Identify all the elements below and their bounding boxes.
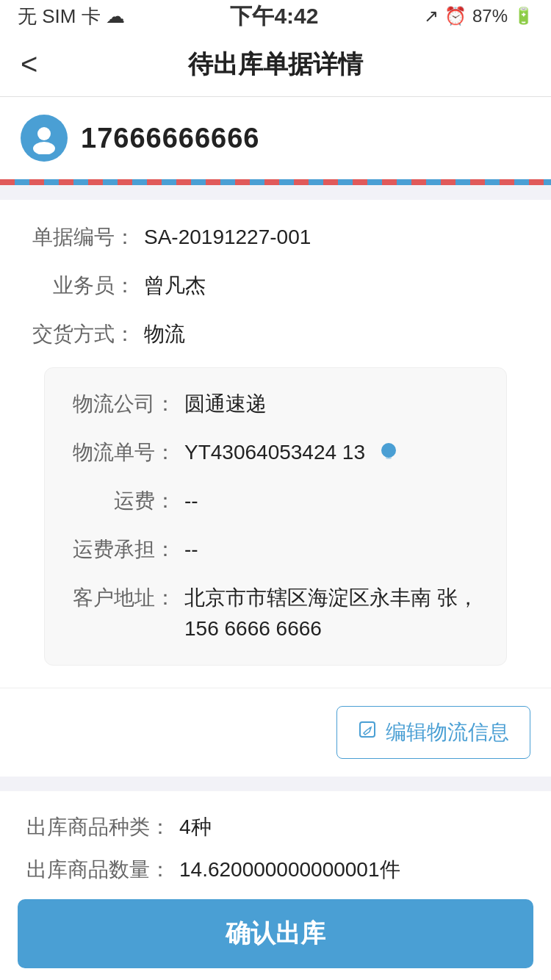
salesman-value: 曾凡杰 [144, 270, 525, 301]
logistics-company-row: 物流公司： 圆通速递 [67, 389, 484, 419]
nav-bar: < 待出库单据详情 [0, 32, 551, 97]
goods-types-value: 4种 [179, 813, 212, 841]
sim-status: 无 SIM 卡 ☁ [18, 4, 125, 29]
svg-point-4 [386, 456, 392, 459]
goods-types-label: 出库商品种类： [26, 813, 179, 841]
edit-logistics-button[interactable]: 编辑物流信息 [336, 706, 530, 759]
order-no-value: SA-20191227-001 [144, 222, 525, 253]
back-button[interactable]: < [21, 48, 37, 81]
section-gap-1 [0, 185, 551, 200]
goods-quantity-label: 出库商品数量： [26, 856, 179, 884]
delivery-row: 交货方式： 物流 [26, 319, 525, 350]
delivery-label: 交货方式： [26, 319, 144, 350]
status-left: 无 SIM 卡 ☁ [18, 4, 125, 29]
order-no-label: 单据编号： [26, 222, 144, 253]
confirm-btn-wrapper: 确认出库 [0, 887, 551, 980]
edit-icon [358, 720, 378, 746]
address-label: 客户地址： [67, 583, 184, 613]
confirm-outbound-button[interactable]: 确认出库 [18, 899, 533, 968]
page-title: 待出库单据详情 [188, 48, 363, 82]
freight-value: -- [184, 486, 484, 516]
basic-info-section: 单据编号： SA-20191227-001 业务员： 曾凡杰 交货方式： 物流 … [0, 200, 551, 688]
salesman-row: 业务员： 曾凡杰 [26, 270, 525, 301]
salesman-label: 业务员： [26, 270, 144, 301]
status-time: 下午4:42 [230, 1, 318, 32]
status-bar: 无 SIM 卡 ☁ 下午4:42 ↗ ⏰ 87% 🔋 [0, 0, 551, 32]
logistics-card: 物流公司： 圆通速递 物流单号： YT43064053424 13 运费： [44, 367, 507, 666]
address-row: 客户地址： 北京市市辖区海淀区永丰南 张，156 6666 6666 [67, 583, 484, 644]
section-gap-2 [0, 777, 551, 791]
location-status-icon: ↗ [424, 6, 439, 26]
freight-row: 运费： -- [67, 486, 484, 516]
goods-quantity-row: 出库商品数量： 14.620000000000001件 [26, 856, 525, 884]
customer-header: 17666666666 [0, 97, 551, 179]
logistics-company-label: 物流公司： [67, 389, 184, 419]
order-no-row: 单据编号： SA-20191227-001 [26, 222, 525, 253]
battery-level: 87% [472, 6, 508, 26]
goods-types-row: 出库商品种类： 4种 [26, 813, 525, 841]
freight-bear-label: 运费承担： [67, 534, 184, 565]
svg-point-0 [37, 127, 51, 140]
logistics-tracking-label: 物流单号： [67, 437, 184, 468]
logistics-tracking-value: YT43064053424 13 [184, 437, 484, 468]
edit-btn-row: 编辑物流信息 [0, 688, 551, 777]
freight-bear-row: 运费承担： -- [67, 534, 484, 565]
delivery-value: 物流 [144, 319, 525, 350]
edit-logistics-label: 编辑物流信息 [386, 718, 509, 746]
logistics-company-value: 圆通速递 [184, 389, 484, 419]
goods-quantity-value: 14.620000000000001件 [179, 856, 400, 884]
dashed-divider [0, 179, 551, 185]
address-value: 北京市市辖区海淀区永丰南 张，156 6666 6666 [184, 583, 484, 644]
battery-icon: 🔋 [514, 7, 533, 26]
avatar [21, 115, 68, 162]
user-icon [28, 122, 60, 154]
map-pin-icon[interactable] [375, 439, 402, 466]
logistics-tracking-row: 物流单号： YT43064053424 13 [67, 437, 484, 468]
freight-bear-value: -- [184, 534, 484, 565]
svg-point-1 [33, 142, 55, 154]
customer-phone: 17666666666 [81, 123, 259, 154]
status-right: ↗ ⏰ 87% 🔋 [424, 6, 533, 26]
freight-label: 运费： [67, 486, 184, 516]
back-arrow-icon: < [21, 48, 37, 80]
tracking-number-text: YT43064053424 13 [184, 437, 365, 468]
alarm-icon: ⏰ [444, 6, 467, 26]
